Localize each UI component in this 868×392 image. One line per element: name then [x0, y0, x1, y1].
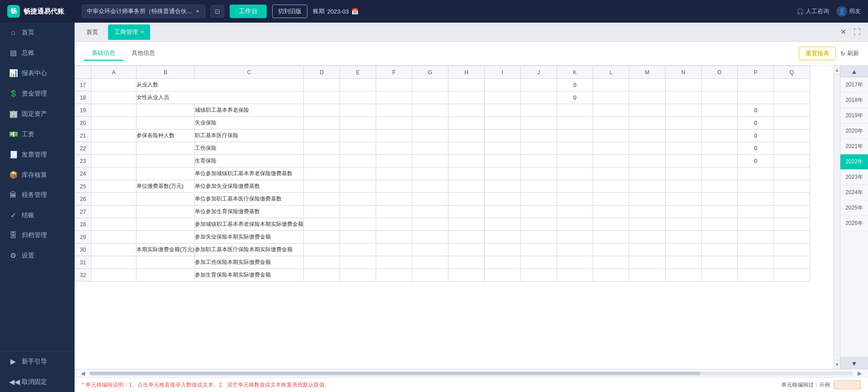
window-expand-icon[interactable]: ⛶ — [852, 27, 863, 37]
cell-31-g[interactable] — [412, 256, 448, 269]
refresh-button[interactable]: ↻ 刷新 — [840, 49, 859, 57]
cell-23-k[interactable] — [557, 155, 593, 167]
cell-27-l[interactable] — [593, 206, 629, 218]
cell-23-a[interactable] — [91, 155, 137, 167]
cell-20-p[interactable]: 0 — [738, 117, 774, 129]
cell-17-l[interactable] — [593, 79, 629, 91]
cell-18-o[interactable] — [702, 91, 738, 104]
cell-22-b[interactable] — [137, 142, 195, 155]
cell-24-a[interactable] — [91, 167, 137, 180]
cell-17-f[interactable] — [376, 79, 412, 91]
cell-31-o[interactable] — [702, 256, 738, 269]
cell-25-b[interactable]: 单位缴费基数(万元) — [137, 180, 195, 193]
cell-31-k[interactable] — [557, 256, 593, 269]
cell-24-p[interactable] — [738, 167, 774, 180]
cell-32-k[interactable] — [557, 269, 593, 282]
cell-19-b[interactable] — [137, 104, 195, 117]
cell-20-l[interactable] — [593, 117, 629, 129]
cell-31-d[interactable] — [304, 256, 340, 269]
cell-27-g[interactable] — [412, 206, 448, 218]
cell-22-k[interactable] — [557, 142, 593, 155]
cell-22-j[interactable] — [521, 142, 557, 155]
year-item-2022[interactable]: 2022年 — [840, 154, 868, 170]
cell-24-c[interactable]: 单位参加城镇职工基本养老保险缴费基数 — [195, 167, 304, 180]
cell-19-a[interactable] — [91, 104, 137, 117]
cell-26-h[interactable] — [448, 193, 485, 206]
cell-23-p[interactable]: 0 — [738, 155, 774, 167]
cell-30-d[interactable] — [304, 244, 340, 256]
cell-19-m[interactable] — [629, 104, 665, 117]
cell-24-i[interactable] — [485, 167, 521, 180]
cell-23-m[interactable] — [629, 155, 665, 167]
cell-27-i[interactable] — [485, 206, 521, 218]
cell-23-f[interactable] — [376, 155, 412, 167]
sidebar-item-home[interactable]: ⌂ 首页 — [0, 23, 75, 43]
cell-23-h[interactable] — [448, 155, 485, 167]
cell-21-n[interactable] — [665, 129, 702, 142]
cell-21-d[interactable] — [304, 129, 340, 142]
cell-22-f[interactable] — [376, 142, 412, 155]
year-item-2025[interactable]: 2025年 — [840, 201, 868, 216]
spreadsheet-container[interactable]: A B C D E F G H I J K L M — [75, 66, 834, 369]
cell-19-d[interactable] — [304, 104, 340, 117]
sidebar-item-new-guide[interactable]: ▶ 新手引导 — [0, 351, 75, 372]
cell-23-j[interactable] — [521, 155, 557, 167]
cell-17-e[interactable] — [340, 79, 376, 91]
h-scroll-left-arrow[interactable]: ◀ — [78, 369, 88, 378]
cell-27-m[interactable] — [629, 206, 665, 218]
subtab-other-info[interactable]: 其他信息 — [123, 46, 163, 61]
cell-22-o[interactable] — [702, 142, 738, 155]
cell-25-k[interactable] — [557, 180, 593, 193]
cell-29-l[interactable] — [593, 231, 629, 244]
cell-20-o[interactable] — [702, 117, 738, 129]
cell-31-a[interactable] — [91, 256, 137, 269]
cell-23-q[interactable] — [774, 155, 810, 167]
cell-17-b[interactable]: 从业人数 — [137, 79, 304, 91]
horizontal-scroll-bar[interactable]: ◀ ▶ — [75, 369, 868, 377]
cell-30-j[interactable] — [521, 244, 557, 256]
cell-26-j[interactable] — [521, 193, 557, 206]
year-scroll-up-button[interactable]: ▲ — [840, 66, 868, 77]
cell-19-f[interactable] — [376, 104, 412, 117]
cell-26-l[interactable] — [593, 193, 629, 206]
cell-19-e[interactable] — [340, 104, 376, 117]
cell-25-p[interactable] — [738, 180, 774, 193]
cell-21-g[interactable] — [412, 129, 448, 142]
cell-26-b[interactable] — [137, 193, 195, 206]
cell-28-j[interactable] — [521, 218, 557, 231]
cell-30-k[interactable] — [557, 244, 593, 256]
cell-32-p[interactable] — [738, 269, 774, 282]
cell-30-b[interactable]: 本期实际缴费金额(万元) — [137, 244, 195, 256]
cell-31-q[interactable] — [774, 256, 810, 269]
cell-21-e[interactable] — [340, 129, 376, 142]
cell-17-k[interactable]: 0 — [557, 79, 593, 91]
cell-20-m[interactable] — [629, 117, 665, 129]
cell-27-d[interactable] — [304, 206, 340, 218]
company-selector[interactable]: 中审众环会计师事务所（特殊普通合伙... ▼ — [82, 5, 205, 18]
cell-26-i[interactable] — [485, 193, 521, 206]
cell-23-g[interactable] — [412, 155, 448, 167]
cell-27-j[interactable] — [521, 206, 557, 218]
cell-22-q[interactable] — [774, 142, 810, 155]
cell-31-n[interactable] — [665, 256, 702, 269]
cell-24-g[interactable] — [412, 167, 448, 180]
cell-29-m[interactable] — [629, 231, 665, 244]
cell-21-l[interactable] — [593, 129, 629, 142]
scroll-down-arrow[interactable]: ▼ — [834, 360, 840, 369]
cell-18-d[interactable] — [304, 91, 340, 104]
cell-27-e[interactable] — [340, 206, 376, 218]
cell-32-j[interactable] — [521, 269, 557, 282]
cell-31-h[interactable] — [448, 256, 485, 269]
cell-20-a[interactable] — [91, 117, 137, 129]
cell-20-n[interactable] — [665, 117, 702, 129]
cell-22-d[interactable] — [304, 142, 340, 155]
cell-30-f[interactable] — [376, 244, 412, 256]
cell-26-g[interactable] — [412, 193, 448, 206]
vertical-scrollbar[interactable]: ▲ ▼ — [834, 66, 840, 369]
cell-31-m[interactable] — [629, 256, 665, 269]
sidebar-item-invoice[interactable]: 🧾 发票管理 — [0, 144, 75, 165]
cell-19-j[interactable] — [521, 104, 557, 117]
cell-28-g[interactable] — [412, 218, 448, 231]
cell-22-c[interactable]: 工伤保险 — [195, 142, 304, 155]
cell-19-q[interactable] — [774, 104, 810, 117]
